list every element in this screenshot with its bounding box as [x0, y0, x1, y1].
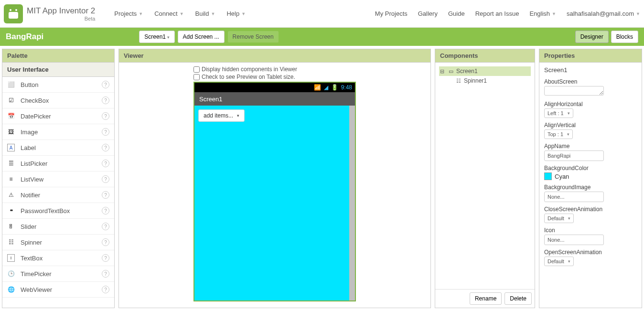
language-label: English — [529, 10, 550, 17]
palette-item-listpicker[interactable]: ☰ListPicker? — [2, 156, 114, 172]
palette-item-spinner[interactable]: ☷Spinner? — [2, 235, 114, 250]
tree-label: Spinner1 — [464, 77, 487, 84]
listpicker-icon: ☰ — [7, 160, 15, 167]
palette-item-passwordtextbox[interactable]: ••PasswordTextBox? — [2, 203, 114, 219]
spinner-widget[interactable]: add items... — [198, 109, 245, 122]
menu-build[interactable]: Build▼ — [195, 10, 215, 17]
palette-item-datepicker[interactable]: 📅DatePicker? — [2, 108, 114, 124]
palette-label: WebViewer — [21, 286, 102, 293]
screen-buttons: Screen1 Add Screen ... Remove Screen — [139, 31, 279, 43]
palette-item-webviewer[interactable]: 🌐WebViewer? — [2, 282, 114, 298]
caret-icon: ▼ — [211, 11, 215, 16]
help-icon[interactable]: ? — [102, 223, 109, 230]
viewer-options: Display hidden components in Viewer Chec… — [193, 65, 356, 81]
designer-button[interactable]: Designer — [575, 31, 609, 43]
tree-item-screen[interactable]: ⊟ ▭ Screen1 — [439, 66, 531, 76]
phone-title-bar: Screen1 — [194, 92, 355, 106]
screen-dropdown[interactable]: Screen1 — [139, 31, 174, 43]
help-icon[interactable]: ? — [102, 254, 109, 262]
alignvertical-select[interactable]: Top : 1 — [544, 129, 573, 139]
help-icon[interactable]: ? — [102, 81, 109, 88]
closescreenanimation-select[interactable]: Default — [544, 214, 574, 223]
menu-projects[interactable]: Projects▼ — [114, 10, 143, 17]
menu-build-label: Build — [195, 10, 209, 17]
tablet-preview-checkbox[interactable] — [193, 74, 200, 80]
rename-button[interactable]: Rename — [470, 292, 502, 305]
account-dropdown[interactable]: salhafisalah@gmail.com▼ — [567, 10, 640, 17]
properties-panel: Properties Screen1 AboutScreen AlignHori… — [539, 49, 642, 308]
caret-icon: ▼ — [636, 11, 640, 16]
palette-label: Spinner — [21, 239, 102, 246]
remove-screen-button[interactable]: Remove Screen — [227, 31, 279, 43]
phone-scrollbar[interactable] — [349, 106, 355, 300]
svg-point-0 — [10, 9, 11, 11]
palette-item-textbox[interactable]: ITextBox? — [2, 250, 114, 266]
help-icon[interactable]: ? — [102, 128, 109, 136]
help-icon[interactable]: ? — [102, 160, 109, 167]
help-icon[interactable]: ? — [102, 191, 109, 199]
aboutscreen-input[interactable] — [544, 86, 604, 96]
label-icon: A — [7, 144, 15, 151]
menu-help-label: Help — [226, 10, 239, 17]
blocks-button[interactable]: Blocks — [611, 31, 638, 43]
help-icon[interactable]: ? — [102, 144, 109, 151]
palette-list: ⬜Button? ☑CheckBox? 📅DatePicker? 🖼Image?… — [2, 77, 114, 308]
button-icon: ⬜ — [7, 81, 15, 88]
help-icon[interactable]: ? — [102, 175, 109, 183]
project-name: BangRapi — [6, 32, 43, 42]
palette-item-label[interactable]: ALabel? — [2, 140, 114, 156]
account-email: salhafisalah@gmail.com — [567, 10, 634, 17]
tree-item-spinner[interactable]: ☷ Spinner1 — [439, 76, 531, 86]
help-icon[interactable]: ? — [102, 286, 109, 293]
palette-item-checkbox[interactable]: ☑CheckBox? — [2, 93, 114, 108]
help-icon[interactable]: ? — [102, 238, 109, 246]
top-right: My Projects Gallery Guide Report an Issu… — [375, 10, 640, 17]
menu-connect[interactable]: Connect▼ — [154, 10, 183, 17]
help-icon[interactable]: ? — [102, 270, 109, 278]
app-logo — [4, 4, 23, 23]
brand-title: MIT App Inventor 2 — [27, 6, 95, 16]
delete-button[interactable]: Delete — [504, 292, 532, 305]
battery-icon: 🔋 — [331, 84, 338, 91]
add-screen-button[interactable]: Add Screen ... — [178, 31, 225, 43]
check-tablet-preview[interactable]: Check to see Preview on Tablet size. — [193, 73, 356, 81]
palette-item-image[interactable]: 🖼Image? — [2, 124, 114, 140]
phone-content[interactable]: add items... — [194, 106, 355, 300]
palette-category[interactable]: User Interface — [2, 63, 114, 77]
check-label: Check to see Preview on Tablet size. — [202, 74, 295, 80]
language-dropdown[interactable]: English▼ — [529, 10, 556, 17]
palette-item-listview[interactable]: ≡ListView? — [2, 172, 114, 187]
help-icon[interactable]: ? — [102, 207, 109, 214]
link-report-issue[interactable]: Report an Issue — [475, 10, 519, 17]
icon-select[interactable]: None... — [544, 235, 604, 245]
link-my-projects[interactable]: My Projects — [375, 10, 408, 17]
project-bar: BangRapi Screen1 Add Screen ... Remove S… — [0, 28, 644, 46]
palette-item-button[interactable]: ⬜Button? — [2, 77, 114, 93]
palette-item-timepicker[interactable]: 🕒TimePicker? — [2, 266, 114, 282]
menu-help[interactable]: Help▼ — [226, 10, 246, 17]
link-gallery[interactable]: Gallery — [418, 10, 438, 17]
palette-label: Image — [21, 129, 102, 136]
alignhorizontal-select[interactable]: Left : 1 — [544, 108, 573, 118]
palette-label: CheckBox — [21, 97, 102, 104]
palette-item-notifier[interactable]: ⚠Notifier? — [2, 187, 114, 203]
openscreenanimation-select[interactable]: Default — [544, 257, 574, 266]
backgroundimage-select[interactable]: None... — [544, 192, 604, 202]
prop-label: BackgroundImage — [544, 184, 637, 191]
palette-label: ListView — [21, 176, 102, 183]
check-hidden-components[interactable]: Display hidden components in Viewer — [193, 65, 356, 73]
signal-icon: ◢ — [324, 84, 328, 91]
help-icon[interactable]: ? — [102, 97, 109, 104]
backgroundcolor-picker[interactable]: Cyan — [544, 172, 637, 180]
help-icon[interactable]: ? — [102, 112, 109, 120]
palette-label: TimePicker — [21, 270, 102, 278]
appname-input[interactable] — [544, 150, 604, 161]
tree-collapse-icon[interactable]: ⊟ — [440, 68, 446, 75]
top-menu: Projects▼ Connect▼ Build▼ Help▼ — [114, 10, 246, 17]
palette-item-slider[interactable]: 🎚Slider? — [2, 219, 114, 235]
spinner-text: add items... — [204, 112, 233, 119]
link-guide[interactable]: Guide — [448, 10, 465, 17]
checkbox-icon: ☑ — [7, 97, 15, 104]
hidden-components-checkbox[interactable] — [193, 66, 200, 73]
password-icon: •• — [7, 207, 15, 214]
